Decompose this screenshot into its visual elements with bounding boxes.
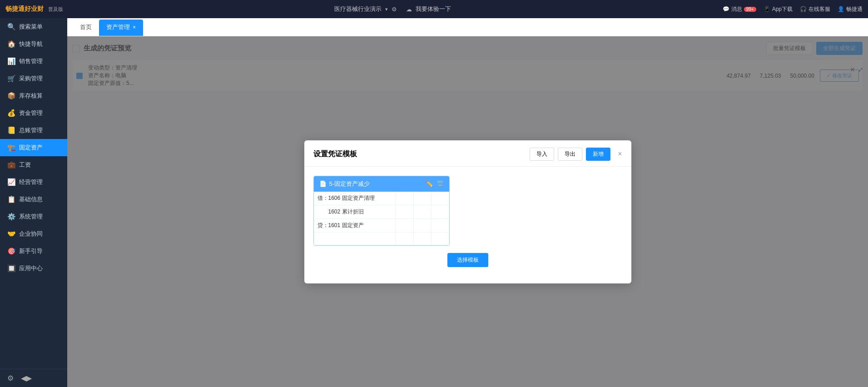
sidebar-label-basics: 基础信息 <box>19 195 43 203</box>
company-name: 医疗器械行业演示 <box>334 5 382 13</box>
top-bar: 畅捷通好业财 普及版 医疗器械行业演示 ▾ ⚙ ☁ 我要体验一下 💬 消息 99… <box>0 0 868 18</box>
app-logo: 畅捷通好业财 <box>5 5 44 13</box>
sidebar-item-quick-nav[interactable]: 🏠 快捷导航 <box>0 35 67 53</box>
new-btn[interactable]: 新增 <box>586 148 610 161</box>
template-credit-row-1: 贷：1601 固定资产 <box>314 219 449 233</box>
template-card: 📄 5-固定资产减少 ✏️ 🗑️ <box>313 176 450 246</box>
app-download-btn[interactable]: 📱 App下载 <box>764 5 793 13</box>
sidebar-item-purchase[interactable]: 🛒 采购管理 <box>0 70 67 87</box>
template-debit-col2-2 <box>413 205 431 218</box>
online-service-btn[interactable]: 🎧 在线客服 <box>800 5 830 13</box>
export-btn[interactable]: 导出 <box>558 148 582 161</box>
service-icon: 🎧 <box>800 6 807 12</box>
sidebar-item-fixed-assets[interactable]: 🏗️ 固定资产 <box>0 139 67 156</box>
dialog: 设置凭证模板 导入 导出 新增 × <box>304 140 631 283</box>
download-icon: 📱 <box>764 6 770 12</box>
sidebar-label-app-center: 应用中心 <box>19 264 43 273</box>
sales-icon: 📊 <box>7 57 15 65</box>
operations-icon: 📈 <box>7 178 15 186</box>
template-edit-icon[interactable]: ✏️ <box>426 180 433 187</box>
dialog-header-actions: 导入 导出 新增 × <box>530 148 622 161</box>
sidebar-item-search[interactable]: 🔍 搜索菜单 <box>0 18 67 35</box>
template-debit-label-1: 借：1606 固定资产清理 <box>314 192 396 205</box>
system-icon: ⚙️ <box>7 213 15 221</box>
sidebar-item-inventory[interactable]: 📦 库存核算 <box>0 87 67 104</box>
template-empty-col3 <box>431 233 449 245</box>
experience-text[interactable]: 我要体验一下 <box>416 5 451 13</box>
sidebar-label-guide: 新手引导 <box>19 247 43 255</box>
settings-icon[interactable]: ⚙ <box>392 6 397 13</box>
app-center-icon: 🔲 <box>7 264 15 273</box>
sidebar-label-salary: 工资 <box>19 161 31 169</box>
tab-home-label: 首页 <box>80 24 92 30</box>
sidebar-label-cooperation: 企业协同 <box>19 230 43 238</box>
dropdown-icon[interactable]: ▾ <box>385 6 388 12</box>
user-icon: 👤 <box>838 6 844 12</box>
template-header-title: 5-固定资产减少 <box>329 180 370 188</box>
sidebar-label-ledger: 总账管理 <box>19 126 43 134</box>
template-empty-col1 <box>396 233 413 245</box>
template-debit-row-2: 1602 累计折旧 <box>314 205 449 219</box>
messages-badge: 99+ <box>744 7 756 12</box>
sidebar-item-finance[interactable]: 💰 资金管理 <box>0 104 67 122</box>
user-btn[interactable]: 👤 畅捷通 <box>838 5 863 13</box>
sidebar-label-fixed-assets: 固定资产 <box>19 144 43 152</box>
template-header-actions: ✏️ 🗑️ <box>426 180 444 187</box>
messages-label: 消息 <box>731 5 742 13</box>
sidebar-item-salary[interactable]: 💼 工资 <box>0 156 67 174</box>
select-template-btn[interactable]: 选择模板 <box>447 253 488 267</box>
sidebar: 🔍 搜索菜单 🏠 快捷导航 📊 销售管理 🛒 采购管理 📦 库存核 <box>0 18 67 387</box>
cooperation-icon: 🤝 <box>7 230 15 238</box>
sidebar-item-operations[interactable]: 📈 经营管理 <box>0 174 67 191</box>
template-doc-icon: 📄 <box>319 180 327 187</box>
template-debit-col3-2 <box>431 205 449 218</box>
sidebar-label-purchase: 采购管理 <box>19 74 43 83</box>
sidebar-item-cooperation[interactable]: 🤝 企业协同 <box>0 225 67 243</box>
sidebar-label-system: 系统管理 <box>19 213 43 221</box>
tab-asset-management[interactable]: 资产管理 × <box>99 20 143 36</box>
collapse-icon[interactable]: ◀▶ <box>21 374 32 382</box>
top-bar-right: 💬 消息 99+ 📱 App下载 🎧 在线客服 👤 畅捷通 <box>723 5 863 13</box>
sidebar-item-guide[interactable]: 🎯 新手引导 <box>0 243 67 260</box>
inventory-icon: 📦 <box>7 92 15 100</box>
app-container: 畅捷通好业财 普及版 医疗器械行业演示 ▾ ⚙ ☁ 我要体验一下 💬 消息 99… <box>0 0 868 387</box>
app-edition: 普及版 <box>48 6 63 13</box>
sidebar-scroll: 🔍 搜索菜单 🏠 快捷导航 📊 销售管理 🛒 采购管理 📦 库存核 <box>0 18 67 369</box>
top-bar-left: 畅捷通好业财 普及版 <box>5 5 63 13</box>
template-debit-row-1: 借：1606 固定资产清理 <box>314 192 449 205</box>
finance-icon: 💰 <box>7 109 15 117</box>
dialog-close-btn[interactable]: × <box>618 150 622 158</box>
sidebar-item-basics[interactable]: 📋 基础信息 <box>0 191 67 208</box>
online-service-label: 在线客服 <box>808 5 830 13</box>
sidebar-label-sales: 销售管理 <box>19 57 43 65</box>
home-icon: 🏠 <box>7 40 15 48</box>
sidebar-label-quick-nav: 快捷导航 <box>19 40 43 48</box>
settings-bottom-icon[interactable]: ⚙ <box>7 374 14 382</box>
sidebar-item-ledger[interactable]: 📒 总账管理 <box>0 122 67 139</box>
template-credit-col1-1 <box>396 219 413 232</box>
tab-close-icon[interactable]: × <box>133 24 136 30</box>
sidebar-label-operations: 经营管理 <box>19 178 43 186</box>
sidebar-item-app-center[interactable]: 🔲 应用中心 <box>0 260 67 277</box>
template-empty-col2 <box>413 233 431 245</box>
template-card-header: 📄 5-固定资产减少 ✏️ 🗑️ <box>314 176 449 192</box>
cloud-icon: ☁ <box>406 6 412 13</box>
template-debit-col3-1 <box>431 192 449 205</box>
tab-bar: 首页 资产管理 × <box>67 18 868 36</box>
page-content: 生成的凭证预览 批量凭证模板 全部生成凭证 变动类型：资产清理 资产名称：电脑 … <box>67 36 868 387</box>
messages-btn[interactable]: 💬 消息 99+ <box>723 5 756 13</box>
main-layout: 🔍 搜索菜单 🏠 快捷导航 📊 销售管理 🛒 采购管理 📦 库存核 <box>0 18 868 387</box>
tab-home[interactable]: 首页 <box>73 20 99 36</box>
template-delete-icon[interactable]: 🗑️ <box>436 180 444 187</box>
template-debit-col1-2 <box>396 205 413 218</box>
sidebar-item-sales[interactable]: 📊 销售管理 <box>0 53 67 70</box>
content-area: 首页 资产管理 × 生成的凭证预览 批量 <box>67 18 868 387</box>
import-btn[interactable]: 导入 <box>530 148 554 161</box>
sidebar-label-finance: 资金管理 <box>19 109 43 117</box>
sidebar-item-system[interactable]: ⚙️ 系统管理 <box>0 208 67 225</box>
template-card-body: 借：1606 固定资产清理 1602 累计折旧 <box>314 192 449 245</box>
template-empty-label <box>314 233 396 245</box>
tab-asset-management-label: 资产管理 <box>106 23 130 31</box>
modal-overlay: 设置凭证模板 导入 导出 新增 × <box>67 36 868 387</box>
template-empty-row <box>314 233 449 245</box>
